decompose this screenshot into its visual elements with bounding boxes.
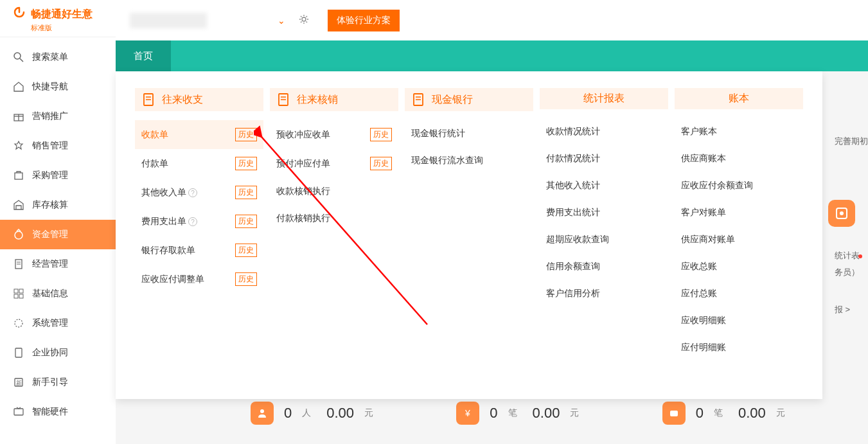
hint-link[interactable]: 报 > — [835, 304, 868, 315]
sidebar-item-purchase[interactable]: 采购管理 — [0, 161, 116, 190]
grid-icon — [13, 288, 24, 299]
flyout-item-label: 付款单 — [141, 158, 168, 170]
flyout-item[interactable]: 应收应付调整单历史 — [135, 265, 263, 294]
chevron-down-icon[interactable]: ⌄ — [278, 15, 285, 26]
doc-icon — [141, 92, 157, 107]
sidebar-item-collab[interactable]: 企业协同 — [0, 338, 116, 368]
sidebar-item-sales[interactable]: 销售管理 — [0, 131, 116, 161]
flyout-item-label: 银行存取款单 — [141, 245, 195, 256]
flyout-item-label: 其他收入单? — [141, 187, 197, 199]
flyout-column: 往来收支收款单历史付款单历史其他收入单?历史费用支出单?历史银行存取款单历史应收… — [135, 88, 263, 382]
tab-home[interactable]: 首页 — [116, 40, 171, 71]
flyout-item[interactable]: 收款情况统计 — [540, 118, 668, 145]
flyout-item[interactable]: 应收明细账 — [675, 307, 803, 334]
hint-text: 统计表 — [835, 250, 868, 262]
sidebar-item-label: 系统管理 — [32, 317, 68, 329]
history-badge[interactable]: 历史 — [235, 186, 257, 199]
experience-button[interactable]: 体验行业方案 — [328, 10, 400, 31]
logo: 畅捷通好生意 标准版 — [0, 0, 116, 37]
help-icon[interactable]: ? — [188, 217, 197, 226]
flyout-item[interactable]: 超期应收款查询 — [540, 226, 668, 253]
flyout-item-label: 供应商账本 — [681, 153, 726, 164]
flyout-item-label: 收款单 — [141, 129, 168, 141]
flyout-item-label: 现金银行统计 — [411, 128, 465, 139]
flyout-item[interactable]: 客户信用分析 — [540, 280, 668, 307]
flyout-item[interactable]: 收款单历史 — [135, 120, 263, 149]
flyout-item-label: 客户账本 — [681, 126, 717, 138]
history-badge[interactable]: 历史 — [235, 272, 257, 286]
history-badge[interactable]: 历史 — [235, 128, 257, 141]
history-badge[interactable]: 历史 — [235, 157, 257, 170]
svg-rect-12 — [14, 294, 18, 298]
flyout-item[interactable]: 银行存取款单历史 — [135, 236, 263, 265]
flyout-item-label: 应收应付余额查询 — [681, 180, 753, 191]
stat-unit: 人 — [302, 407, 311, 419]
settings-icon[interactable] — [298, 13, 310, 28]
flyout-column-title: 往来核销 — [297, 93, 338, 107]
sidebar-item-search[interactable]: 搜索菜单 — [0, 42, 116, 72]
svg-point-22 — [260, 409, 264, 413]
sidebar-item-nav[interactable]: 快捷导航 — [0, 72, 116, 102]
hint-text: 完善期初 — [835, 136, 868, 147]
history-badge[interactable]: 历史 — [370, 128, 392, 141]
flyout-item[interactable]: 信用余额查询 — [540, 253, 668, 280]
flyout-item[interactable]: 应收总账 — [675, 253, 803, 280]
flyout-item[interactable]: 应收应付余额查询 — [675, 172, 803, 199]
flyout-item[interactable]: 预收冲应收单历史 — [270, 120, 398, 149]
flyout-item[interactable]: 收款核销执行 — [270, 178, 398, 205]
stat-value: 0.00 — [326, 405, 354, 422]
stat-value-unit: 元 — [776, 407, 785, 419]
sidebar-item-label: 基础信息 — [32, 288, 68, 299]
flyout-item[interactable]: 其他收入统计 — [540, 172, 668, 199]
warehouse-icon — [13, 199, 24, 211]
svg-rect-10 — [14, 289, 18, 293]
help-icon[interactable]: ? — [188, 188, 197, 197]
cart-icon — [13, 170, 24, 181]
flyout-item[interactable]: 现金银行流水查询 — [405, 147, 533, 174]
flyout-item[interactable]: 付款情况统计 — [540, 145, 668, 172]
flyout-item[interactable]: 应付明细账 — [675, 334, 803, 361]
flyout-item[interactable]: 供应商账本 — [675, 145, 803, 172]
flyout-item[interactable]: 费用支出单?历史 — [135, 207, 263, 236]
sidebar-item-marketing[interactable]: 营销推广 — [0, 102, 116, 131]
svg-point-6 — [15, 231, 22, 239]
flyout-item[interactable]: 预付冲应付单历史 — [270, 149, 398, 178]
floating-badge[interactable] — [828, 200, 855, 227]
history-badge[interactable]: 历史 — [235, 215, 257, 228]
flyout-item-label: 付款情况统计 — [546, 153, 600, 164]
flyout-item[interactable]: 应付总账 — [675, 280, 803, 307]
svg-point-19 — [302, 17, 306, 21]
sidebar-item-hardware[interactable]: 智能硬件 — [0, 397, 116, 427]
flyout-item[interactable]: 费用支出统计 — [540, 199, 668, 226]
flyout-menu: 往来收支收款单历史付款单历史其他收入单?历史费用支出单?历史银行存取款单历史应收… — [116, 71, 822, 399]
stat-value: 0.00 — [533, 405, 560, 422]
org-name-blurred — [130, 13, 207, 28]
history-badge[interactable]: 历史 — [235, 244, 257, 257]
flyout-item-label: 预收冲应收单 — [276, 129, 330, 141]
clipboard-icon — [13, 258, 24, 270]
flyout-item[interactable]: 现金银行统计 — [405, 120, 533, 147]
flyout-column: 账本客户账本供应商账本应收应付余额查询客户对账单供应商对账单应收总账应付总账应收… — [675, 88, 803, 382]
flyout-item[interactable]: 其他收入单?历史 — [135, 178, 263, 207]
flyout-item[interactable]: 供应商对账单 — [675, 226, 803, 253]
hint-text: 务员） — [835, 267, 868, 278]
sidebar-item-label: 资金管理 — [32, 229, 68, 240]
flyout-item[interactable]: 客户账本 — [675, 118, 803, 145]
sidebar-item-guide[interactable]: 新 新手引导 — [0, 368, 116, 397]
svg-point-0 — [14, 53, 21, 59]
tv-icon — [13, 406, 24, 418]
sidebar-item-basicinfo[interactable]: 基础信息 — [0, 279, 116, 308]
flyout-item[interactable]: 付款单历史 — [135, 149, 263, 178]
flyout-item[interactable]: 客户对账单 — [675, 199, 803, 226]
flyout-column: 现金银行现金银行统计现金银行流水查询 — [405, 88, 533, 382]
svg-rect-5 — [15, 173, 22, 179]
stat-value-unit: 元 — [364, 407, 373, 419]
sidebar-item-inventory[interactable]: 库存核算 — [0, 190, 116, 220]
flyout-column-title: 往来收支 — [162, 93, 203, 107]
flyout-item[interactable]: 付款核销执行 — [270, 205, 398, 232]
flyout-column: 统计报表收款情况统计付款情况统计其他收入统计费用支出统计超期应收款查询信用余额查… — [540, 88, 668, 382]
sidebar-item-finance[interactable]: 资金管理 — [0, 220, 116, 249]
sidebar-item-system[interactable]: 系统管理 — [0, 308, 116, 338]
sidebar-item-operation[interactable]: 经营管理 — [0, 249, 116, 279]
history-badge[interactable]: 历史 — [370, 157, 392, 170]
